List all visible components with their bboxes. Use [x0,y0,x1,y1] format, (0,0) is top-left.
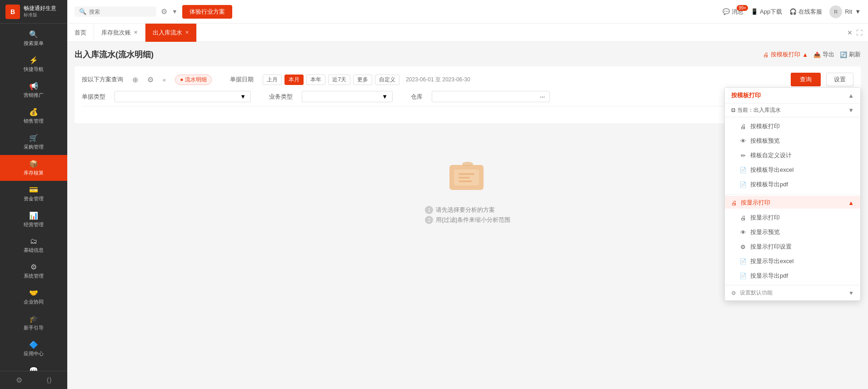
refresh-label: 刷新 [849,50,861,59]
date-btn-more[interactable]: 更多 [353,75,372,85]
template-print-item-label: 按模板打印 [750,122,780,130]
tab-maximize: ✕ ⛶ [847,29,868,36]
sidebar-item-sales[interactable]: 💰 销售管理 [0,103,67,129]
sidebar-item-system[interactable]: ⚙ 系统管理 [0,258,67,284]
operation-icon: 📊 [29,211,38,220]
display-pdf-item-icon: 📄 [739,272,747,279]
current-dropdown-icon[interactable]: ▼ [848,107,854,114]
doc-type-dropdown-icon: ▼ [240,93,246,100]
add-scheme-icon[interactable]: ⊕ [132,75,138,84]
dropdown-divider [725,194,860,195]
trial-button[interactable]: 体验行业方案 [182,5,232,19]
tab-home[interactable]: 首页 [67,24,94,42]
sidebar-item-marketing[interactable]: 📢 营销推广 [0,77,67,103]
tab-flow[interactable]: 出入库流水 ✕ [145,24,197,42]
sidebar-item-wechat[interactable]: 💬 企业微信 [0,362,67,371]
message-badge[interactable]: 💬 消息 99+ [723,8,743,16]
page-title: 出入库流水(流水明细) [75,49,154,60]
collab-icon: 🤝 [29,289,38,297]
dropdown-item-display-preview[interactable]: 👁 按显示预览 [725,225,860,239]
topbar-search-box[interactable]: 🔍 [75,6,156,17]
hint-2: 2 用[过滤]条件来缩小分析范围 [425,216,510,224]
date-btn-7days[interactable]: 近7天 [328,75,350,85]
sidebar-item-quicknav[interactable]: ⚡ 快捷导航 [0,51,67,77]
sidebar-item-basic[interactable]: 🗂 基础信息 [0,233,67,258]
query-button[interactable]: 查询 [791,73,821,86]
dropdown-collapse-icon[interactable]: ▲ [848,92,854,99]
dropdown-item-display-print[interactable]: 🖨 按显示打印 [725,210,860,225]
close-window-icon[interactable]: ✕ [847,29,853,36]
scheme-tag-label: 流水明细 [185,76,207,84]
tab-flow-close-icon[interactable]: ✕ [185,30,189,35]
tab-home-label: 首页 [75,29,86,37]
doc-type-select[interactable]: ▼ [115,91,251,102]
scheme-tag[interactable]: ● 流水明细 [175,75,212,85]
tab-batch-close-icon[interactable]: ✕ [134,30,138,35]
search-input[interactable] [89,9,144,15]
biz-type-select[interactable]: ▼ [302,91,393,102]
hint-text-1: 请先选择要分析的方案 [436,206,495,214]
sidebar-item-guide[interactable]: 🎓 新手引导 [0,310,67,336]
online-service-label: 在线客服 [798,8,822,16]
settings-default-icon: ⚙ [731,290,736,296]
apps-icon: 🔷 [29,340,38,349]
settings-icon[interactable]: ⚙ [16,376,22,384]
dropdown-item-template-excel[interactable]: 📄 按模板导出excel [725,163,860,177]
dropdown-item-template-preview[interactable]: 👁 按模板预览 [725,134,860,148]
app-download[interactable]: 📱 App下载 [751,8,782,16]
sidebar-item-collab[interactable]: 🤝 企业协同 [0,284,67,310]
topbar-dropdown-icon[interactable]: ▼ [172,8,178,15]
avatar: R [829,5,842,18]
online-service[interactable]: 🎧 在线客服 [789,8,822,16]
dropdown-item-display-pdf[interactable]: 📄 按显示导出pdf [725,269,860,283]
date-btn-last-month[interactable]: 上月 [263,75,282,85]
sidebar-item-label: 资金管理 [24,195,44,202]
dropdown-item-display-settings[interactable]: ⚙ 按显示打印设置 [725,239,860,254]
logo-icon: B [5,5,20,19]
sidebar-item-purchase[interactable]: 🛒 采购管理 [0,129,67,155]
purchase-icon: 🛒 [29,134,38,142]
collapse-left-icon[interactable]: « [163,76,166,83]
dropdown-footer[interactable]: ⚙ 设置默认功能 ▼ [725,285,860,300]
expand-icon[interactable]: ⛶ [856,29,863,36]
sidebar-item-label: 快捷导航 [24,66,44,73]
hint-num-2: 2 [425,216,433,224]
dropdown-item-template-pdf[interactable]: 📄 按模板导出pdf [725,177,860,192]
dropdown-item-template-custom[interactable]: ✏ 模板自定义设计 [725,148,860,163]
collapse-icon[interactable]: ⟨⟩ [46,376,52,384]
user-menu[interactable]: R Rit ▼ [829,5,861,18]
display-section-collapse-icon[interactable]: ▲ [848,199,854,206]
dropdown-item-display-excel[interactable]: 📄 按显示导出excel [725,254,860,269]
sales-icon: 💰 [29,108,38,116]
export-button[interactable]: 📤 导出 [813,50,834,59]
page-header: 出入库流水(流水明细) 🖨 按模板打印 ▲ 📤 导出 🔄 刷新 [75,49,861,60]
export-icon: 📤 [813,51,821,58]
app-download-label: App下载 [760,8,782,16]
scheme-tag-icon: ● [180,76,183,83]
sidebar-item-search[interactable]: 🔍 搜索菜单 [0,25,67,51]
date-btn-this-year[interactable]: 本年 [306,75,325,85]
settings-button[interactable]: 设置 [826,73,853,86]
message-icon: 💬 [723,8,730,15]
message-count: 99+ [737,5,748,11]
basic-icon: 🗂 [30,237,37,245]
date-btn-custom[interactable]: 自定义 [375,75,399,85]
dropdown-item-template-print[interactable]: 🖨 按模板打印 [725,119,860,134]
template-print-label: 按模板打印 [771,50,800,59]
wechat-icon: 💬 [29,366,38,371]
template-print-button[interactable]: 🖨 按模板打印 ▲ [763,50,808,59]
sidebar-item-finance[interactable]: 💳 资金管理 [0,181,67,207]
sidebar-item-label: 系统管理 [24,273,44,279]
manage-scheme-icon[interactable]: ⚙ [147,75,154,84]
sidebar-item-label: 企业协同 [24,299,44,305]
warehouse-select[interactable]: ··· [432,91,550,102]
tab-batch[interactable]: 库存批次账 ✕ [94,24,145,42]
refresh-button[interactable]: 🔄 刷新 [840,50,861,59]
sidebar-item-operation[interactable]: 📊 经营管理 [0,207,67,233]
sidebar-nav: 🔍 搜索菜单 ⚡ 快捷导航 📢 营销推广 💰 销售管理 🛒 采购管理 📦 库存核… [0,24,67,371]
export-label: 导出 [823,50,834,59]
topbar-gear-icon[interactable]: ⚙ [161,7,167,16]
date-btn-this-month[interactable]: 本月 [284,75,304,85]
sidebar-item-apps[interactable]: 🔷 应用中心 [0,336,67,362]
sidebar-item-inventory[interactable]: 📦 库存核算 [0,155,67,181]
